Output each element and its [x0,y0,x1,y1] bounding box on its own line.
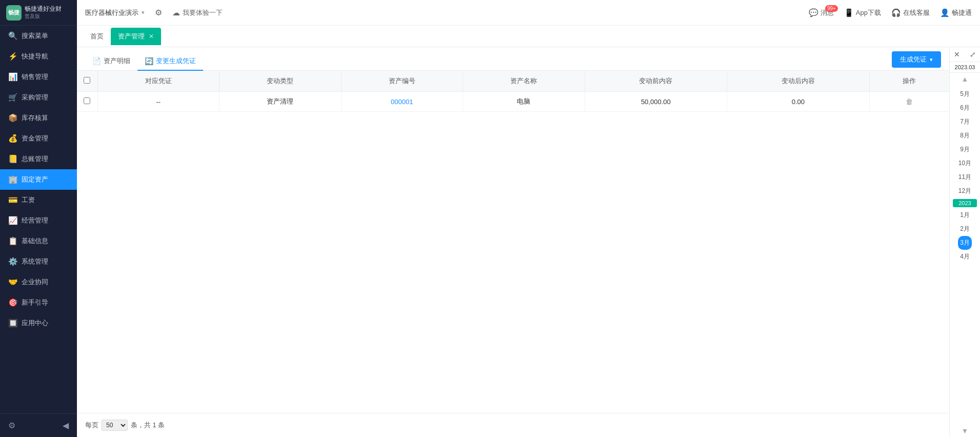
sidebar-item-corp[interactable]: 🤝 企业协同 [0,272,77,292]
guide-icon: 🎯 [8,298,17,307]
collapse-icon[interactable]: ◀ [63,421,69,430]
settings-icon[interactable]: ⚙ [8,421,15,430]
month-item[interactable]: 12月 [950,184,980,198]
app-icon: 📱 [844,8,854,17]
tab-assets-label: 资产管理 [118,32,145,41]
tab-home[interactable]: 首页 [85,27,109,46]
sidebar-label-basic: 基础信息 [22,236,48,246]
msg-icon: 💬 [809,8,818,17]
sidebar-item-apps[interactable]: 🔲 应用中心 [0,313,77,333]
row-after: 0.00 [727,92,870,112]
tab-asset-list[interactable]: 📄 资产明细 [85,52,137,71]
sidebar-nav: 🔍 搜索菜单⚡ 快捷导航📊 销售管理🛒 采购管理📦 库存核算💰 资金管理📒 总账… [0,26,77,413]
right-panel: ✕ ⤢ 2023.03 ▲ 5月6月7月8月9月10月11月12月20231月2… [949,47,980,437]
sidebar-label-sales: 销售管理 [22,72,48,82]
sidebar-item-quick[interactable]: ⚡ 快捷导航 [0,46,77,67]
sidebar-item-ledger[interactable]: 📒 总账管理 [0,149,77,169]
month-item[interactable]: 11月 [950,170,980,184]
panel-down-arrow[interactable]: ▼ [959,425,971,437]
generate-voucher-button[interactable]: 生成凭证 ▾ [892,51,941,68]
sidebar-item-basic[interactable]: 📋 基础信息 [0,231,77,251]
content-area: 📄 资产明细 🔄 变更生成凭证 生成凭证 ▾ [77,47,980,437]
col-voucher: 对应凭证 [97,71,219,92]
logo-text: 畅捷通好业财 普及版 [25,5,62,21]
company-selector[interactable]: 医疗器械行业演示 ▾ [85,8,145,17]
generate-chevron-icon: ▾ [930,56,933,63]
month-item[interactable]: 7月 [950,115,980,129]
tab-bar: 首页 资产管理 ✕ [77,26,980,47]
experience-button[interactable]: ☁ 我要体验一下 [172,8,223,17]
sales-icon: 📊 [8,72,17,82]
logo-title: 畅捷通好业财 [25,5,62,13]
month-item[interactable]: 5月 [950,87,980,101]
sidebar: 畅捷 畅捷通好业财 普及版 🔍 搜索菜单⚡ 快捷导航📊 销售管理🛒 采购管理📦 … [0,0,77,437]
purchase-icon: 🛒 [8,93,17,102]
list-icon: 📄 [92,57,101,65]
col-after: 变动后内容 [727,71,870,92]
current-month-item[interactable]: 3月 [958,236,972,250]
row-checkbox[interactable] [84,97,90,104]
header-action-user[interactable]: 👤 畅捷通 [940,8,972,17]
row-voucher: -- [97,92,219,112]
sidebar-item-fund[interactable]: 💰 资金管理 [0,128,77,149]
sidebar-item-sales[interactable]: 📊 销售管理 [0,67,77,87]
col-action: 操作 [869,71,949,92]
table-panel: 📄 资产明细 🔄 变更生成凭证 生成凭证 ▾ [77,47,949,437]
select-all-checkbox[interactable] [84,77,90,84]
year-badge[interactable]: 2023 [953,199,977,207]
header-left: 医疗器械行业演示 ▾ ⚙ ☁ 我要体验一下 [85,8,809,17]
header-action-app[interactable]: 📱 App下载 [844,8,881,17]
sidebar-label-search: 搜索菜单 [22,31,48,41]
stock-icon: 📦 [8,113,17,123]
month-item[interactable]: 1月 [950,208,980,222]
sidebar-label-salary: 工资 [22,195,35,205]
tab-change-voucher[interactable]: 🔄 变更生成凭证 [137,52,203,71]
tab-change-label: 变更生成凭证 [156,56,196,66]
sidebar-item-guide[interactable]: 🎯 新手引导 [0,292,77,313]
header-action-msg[interactable]: 💬 消息99+ [809,8,834,17]
month-item[interactable]: 10月 [950,156,980,170]
assets-table: 对应凭证 变动类型 资产编号 资产名称 变动前内容 变动后内容 操作 -- 资产… [77,71,949,112]
logo-icon: 畅捷 [6,5,22,21]
sidebar-item-stock[interactable]: 📦 库存核算 [0,108,77,128]
user-icon: 👤 [940,8,950,17]
header-action-service[interactable]: 🎧 在线客服 [891,8,930,17]
sidebar-item-salary[interactable]: 💳 工资 [0,190,77,210]
service-label: 在线客服 [903,8,930,17]
month-item[interactable]: 8月 [950,129,980,143]
delete-icon[interactable]: 🗑 [906,97,913,106]
panel-up-arrow[interactable]: ▲ [959,73,971,85]
col-asset-name: 资产名称 [463,71,585,92]
row-check [77,92,97,112]
apps-icon: 🔲 [8,319,17,328]
page-size-select[interactable]: 50 10 20 100 [102,420,128,431]
sidebar-item-purchase[interactable]: 🛒 采购管理 [0,87,77,108]
badge-msg: 99+ [825,5,838,12]
quick-icon: ⚡ [8,52,17,61]
tab-assets[interactable]: 资产管理 ✕ [111,28,161,45]
sidebar-label-guide: 新手引导 [22,298,48,307]
manage-icon: 📈 [8,216,17,225]
sidebar-item-search[interactable]: 🔍 搜索菜单 [0,26,77,46]
sidebar-item-system[interactable]: ⚙️ 系统管理 [0,251,77,272]
sidebar-item-manage[interactable]: 📈 经营管理 [0,210,77,231]
assets-icon: 🏢 [8,175,17,184]
col-before: 变动前内容 [585,71,727,92]
cloud-icon: ☁ [172,8,180,17]
month-item[interactable]: 9月 [950,143,980,156]
sidebar-label-corp: 企业协同 [22,277,48,287]
salary-icon: 💳 [8,195,17,205]
month-item[interactable]: 2月 [950,222,980,236]
month-item[interactable]: 6月 [950,101,980,115]
panel-close-icon[interactable]: ✕ [953,49,961,59]
user-label: 畅捷通 [952,8,972,17]
row-action: 🗑 [869,92,949,112]
system-icon: ⚙️ [8,257,17,266]
panel-expand-icon[interactable]: ⤢ [969,49,977,59]
change-icon: 🔄 [145,57,153,65]
sidebar-item-assets[interactable]: 🏢 固定资产 [0,169,77,190]
sidebar-label-system: 系统管理 [22,257,48,266]
tab-close-icon[interactable]: ✕ [149,33,154,40]
header-settings-icon[interactable]: ⚙ [155,8,162,17]
month-item[interactable]: 4月 [950,250,980,264]
